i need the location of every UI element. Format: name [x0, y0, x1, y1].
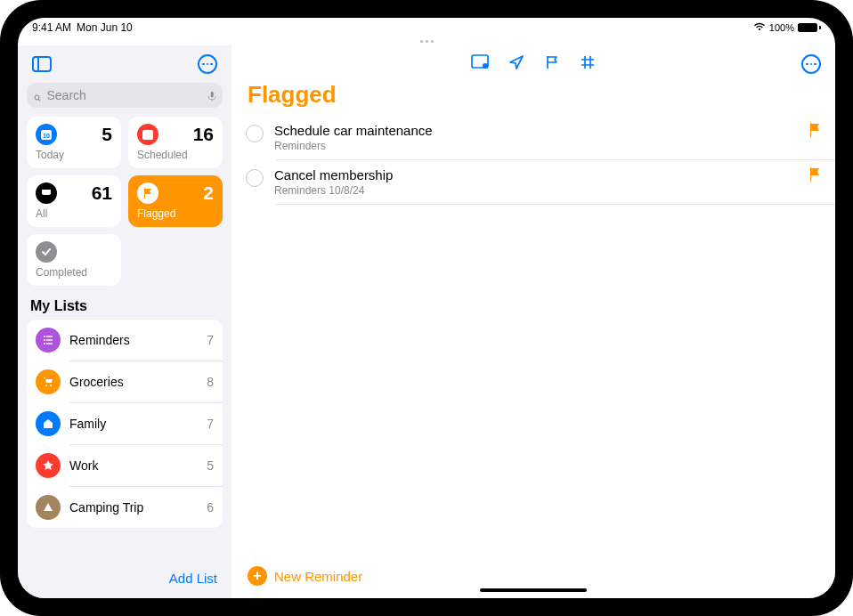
all-label: All: [36, 207, 112, 220]
inbox-icon: [36, 182, 57, 204]
status-time: 9:41 AM: [32, 21, 71, 34]
completed-label: Completed: [36, 266, 112, 279]
svg-point-15: [483, 63, 488, 69]
list-name: Family: [69, 417, 198, 431]
svg-rect-7: [46, 336, 53, 336]
smart-card-completed[interactable]: Completed: [27, 234, 121, 286]
reminder-subtitle: Reminders: [274, 140, 798, 152]
device-frame: 9:41 AM Mon Jun 10 100%: [0, 0, 853, 616]
reminder-row[interactable]: Schedule car maintenance Reminders: [232, 116, 835, 159]
main-toolbar: [232, 45, 835, 79]
smart-list-grid: 10 5 Today 16 Scheduled: [27, 117, 223, 286]
tag-icon[interactable]: [580, 54, 596, 74]
list-count: 6: [207, 500, 214, 515]
all-count: 61: [92, 182, 112, 204]
svg-point-8: [44, 339, 45, 341]
reminder-title: Schedule car maintenance: [274, 123, 798, 138]
svg-point-6: [44, 336, 45, 337]
smart-card-today[interactable]: 10 5 Today: [27, 117, 121, 168]
svg-point-12: [45, 385, 47, 386]
flag-icon: [137, 182, 158, 204]
list-row-groceries[interactable]: Groceries 8: [27, 361, 223, 402]
svg-point-13: [50, 385, 52, 386]
my-lists-title: My Lists: [27, 295, 223, 320]
tent-icon: [36, 495, 61, 520]
svg-rect-0: [33, 57, 51, 71]
list-row-family[interactable]: Family 7: [27, 403, 223, 444]
add-list-button[interactable]: Add List: [169, 571, 217, 586]
reminder-row[interactable]: Cancel membership Reminders 10/8/24: [232, 160, 835, 204]
more-button[interactable]: [196, 53, 219, 76]
flag-icon: [808, 123, 821, 141]
svg-rect-2: [210, 92, 213, 97]
reminder-checkbox[interactable]: [246, 169, 264, 187]
calendar-today-icon: 10: [36, 124, 57, 145]
toggle-sidebar-button[interactable]: [30, 53, 53, 76]
more-icon: [198, 54, 217, 74]
smart-card-all[interactable]: 61 All: [27, 175, 121, 227]
list-bullet-icon: [36, 328, 61, 353]
search-icon: [34, 89, 42, 101]
calendar-scheduled-icon: [137, 124, 158, 145]
list-count: 5: [207, 458, 214, 473]
status-date: Mon Jun 10: [77, 21, 133, 34]
svg-rect-9: [46, 339, 53, 340]
multitasking-dots[interactable]: [18, 37, 835, 45]
smart-card-flagged[interactable]: 2 Flagged: [128, 175, 223, 227]
location-icon[interactable]: [508, 54, 524, 74]
list-name: Reminders: [69, 333, 198, 347]
home-indicator[interactable]: [480, 588, 587, 592]
mic-icon[interactable]: [208, 89, 216, 101]
list-count: 7: [207, 333, 214, 347]
list-name: Groceries: [69, 375, 198, 389]
app-body: 10 5 Today 16 Scheduled: [18, 45, 835, 598]
status-bar: 9:41 AM Mon Jun 10 100%: [18, 18, 835, 37]
search-input[interactable]: [47, 88, 203, 102]
new-reminder-label: New Reminder: [274, 569, 362, 584]
list-name: Camping Trip: [69, 500, 198, 515]
battery-icon: [798, 23, 821, 32]
list-count: 7: [207, 417, 214, 431]
svg-text:10: 10: [43, 133, 50, 139]
main-pane: Flagged Schedule car maintenance Reminde…: [232, 45, 835, 598]
list-row-work[interactable]: Work 5: [27, 445, 223, 486]
home-icon: [36, 411, 61, 436]
flagged-label: Flagged: [137, 207, 214, 220]
my-lists: Reminders 7 Groceries 8: [27, 320, 223, 528]
main-title: Flagged: [232, 79, 835, 116]
plus-circle-icon: +: [248, 566, 267, 586]
checkmark-icon: [36, 241, 57, 263]
smart-card-scheduled[interactable]: 16 Scheduled: [128, 117, 223, 168]
new-reminder-button[interactable]: + New Reminder: [248, 566, 362, 586]
svg-rect-5: [142, 130, 153, 140]
star-icon: [36, 453, 61, 478]
scheduled-label: Scheduled: [137, 149, 214, 161]
screen: 9:41 AM Mon Jun 10 100%: [18, 18, 835, 598]
list-row-camping[interactable]: Camping Trip 6: [27, 487, 223, 528]
list-count: 8: [207, 375, 214, 389]
list-row-reminders[interactable]: Reminders 7: [27, 320, 223, 361]
today-label: Today: [36, 149, 112, 161]
more-icon: [801, 54, 821, 74]
flag-icon: [808, 167, 821, 185]
details-icon[interactable]: [471, 54, 489, 74]
flagged-count: 2: [203, 182, 214, 204]
wifi-icon: [753, 21, 766, 34]
scheduled-count: 16: [193, 124, 214, 145]
flag-toolbar-icon[interactable]: [544, 54, 560, 74]
main-more-button[interactable]: [800, 53, 823, 76]
reminder-title: Cancel membership: [274, 167, 798, 182]
battery-pct: 100%: [769, 22, 794, 33]
today-count: 5: [102, 124, 112, 145]
reminder-subtitle: Reminders 10/8/24: [274, 184, 798, 197]
search-box[interactable]: [27, 83, 223, 108]
svg-rect-11: [46, 343, 53, 344]
svg-point-10: [44, 343, 45, 344]
reminder-checkbox[interactable]: [246, 125, 264, 142]
list-name: Work: [69, 458, 198, 473]
cart-icon: [36, 369, 61, 394]
sidebar: 10 5 Today 16 Scheduled: [18, 45, 232, 598]
